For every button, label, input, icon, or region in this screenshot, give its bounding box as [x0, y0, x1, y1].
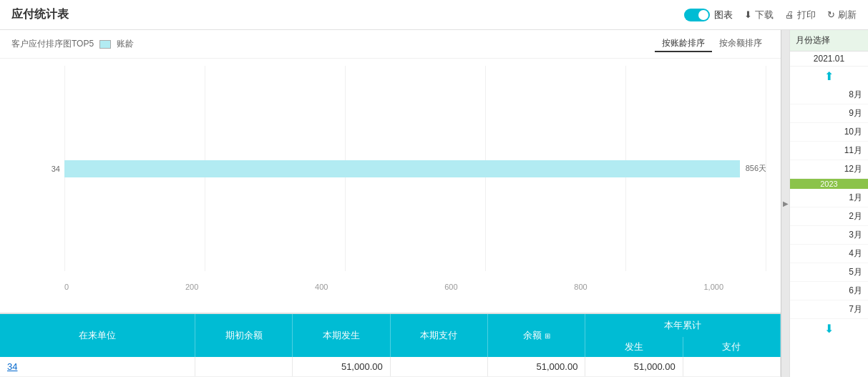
- sidebar-month-item[interactable]: 11月: [790, 142, 868, 160]
- x-tick-1: 200: [185, 283, 198, 291]
- print-button[interactable]: 🖨 打印: [785, 9, 816, 21]
- sidebar-month-item[interactable]: 8月: [790, 86, 868, 104]
- col-ytd: 本年累计: [585, 314, 781, 337]
- col-balance: 余额 ⊞: [488, 314, 585, 357]
- chevron-up-icon: ⬆: [824, 69, 834, 83]
- unit-link[interactable]: 34: [7, 361, 17, 372]
- scroll-up-button[interactable]: ⬆: [790, 67, 868, 86]
- cell-ytd-occur: 51,000.00: [585, 357, 683, 377]
- col-current: 本期发生: [293, 314, 390, 357]
- legend-text: 客户应付排序图TOP5: [11, 38, 94, 50]
- collapse-icon: ▶: [783, 200, 789, 207]
- sidebar-month-item[interactable]: 4月: [790, 245, 868, 263]
- header-actions: 图表 ⬇ 下载 🖨 打印 ↻ 刷新: [684, 9, 857, 21]
- x-tick-2: 400: [315, 283, 328, 291]
- col-ytd-occur: 发生: [585, 337, 683, 357]
- chevron-down-icon: ⬇: [824, 322, 834, 336]
- sidebar-month-item[interactable]: 1月: [790, 189, 868, 207]
- sidebar-month-item[interactable]: 5月: [790, 263, 868, 282]
- chart-body: 34 856天 0 200 400 600 800 1,000: [0, 59, 781, 313]
- sort-by-age-button[interactable]: 按账龄排序: [655, 36, 712, 52]
- x-tick-0: 0: [64, 283, 69, 291]
- sidebar-header-label: 月份选择: [796, 34, 830, 46]
- x-tick-3: 600: [444, 283, 457, 291]
- legend-box: [99, 40, 111, 49]
- sidebar-month-item[interactable]: 6月: [790, 282, 868, 300]
- refresh-icon: ↻: [827, 9, 835, 20]
- bar-fill: [64, 160, 740, 177]
- sort-by-balance-button[interactable]: 按余额排序: [712, 36, 769, 52]
- sidebar-year-badge: 2023: [790, 179, 868, 189]
- x-tick-5: 1,000: [703, 283, 723, 291]
- sidebar-month-item[interactable]: 2月: [790, 207, 868, 226]
- bar-end-label: 856天: [746, 163, 766, 174]
- page-title: 应付统计表: [11, 7, 69, 22]
- sidebar-month-item[interactable]: 3月: [790, 226, 868, 245]
- sidebar-month-item[interactable]: 9月: [790, 104, 868, 123]
- sidebar-month-item[interactable]: 10月: [790, 123, 868, 142]
- bar-y-label: 34: [43, 165, 64, 173]
- x-axis: 0 200 400 600 800 1,000: [64, 283, 723, 291]
- col-ytd-pay: 支付: [683, 337, 780, 357]
- col-payment: 本期支付: [390, 314, 487, 357]
- x-tick-4: 800: [574, 283, 587, 291]
- table-row: 34 51,000.00 51,000.00 51,000.00: [0, 357, 781, 377]
- col-unit: 在来单位: [0, 314, 195, 357]
- sidebar-collapse-button[interactable]: ▶: [781, 30, 789, 377]
- cell-balance: 51,000.00: [488, 357, 585, 377]
- scroll-down-button[interactable]: ⬇: [790, 319, 868, 338]
- download-button[interactable]: ⬇ 下载: [744, 9, 774, 21]
- chart-sort-buttons: 按账龄排序 按余额排序: [655, 36, 769, 52]
- refresh-button[interactable]: ↻ 刷新: [827, 9, 857, 21]
- chart-toggle[interactable]: [684, 9, 710, 21]
- sidebar-year-value: 2021.01: [790, 52, 868, 67]
- legend-box-label: 账龄: [117, 38, 134, 50]
- chart-header: 客户应付排序图TOP5 账龄 按账龄排序 按余额排序: [0, 30, 781, 59]
- month-list: 8月9月10月11月12月20231月2月3月4月5月6月7月: [790, 86, 868, 319]
- bar-row: 34 856天: [43, 160, 766, 177]
- cell-opening: [195, 357, 293, 377]
- cell-current: 51,000.00: [293, 357, 390, 377]
- cell-unit: 34: [0, 357, 195, 377]
- col-opening: 期初余额: [195, 314, 293, 357]
- month-picker-sidebar: 月份选择 2021.01 ⬆ 8月9月10月11月12月20231月2月3月4月…: [789, 30, 868, 377]
- chart-legend: 客户应付排序图TOP5 账龄: [11, 38, 134, 50]
- print-icon: 🖨: [785, 9, 794, 20]
- table-header-row: 在来单位 期初余额 本期发生 本期支付 余额 ⊞ 本年累计: [0, 314, 781, 337]
- cell-ytd-pay: [683, 357, 780, 377]
- cell-payment: [390, 357, 487, 377]
- table-section: 在来单位 期初余额 本期发生 本期支付 余额 ⊞ 本年累计 发生: [0, 313, 781, 377]
- chart-toggle-label: 图表: [714, 9, 733, 21]
- sidebar-header: 月份选择: [790, 30, 868, 52]
- sidebar-month-item[interactable]: 12月: [790, 160, 868, 179]
- sidebar-month-item[interactable]: 7月: [790, 300, 868, 319]
- download-icon: ⬇: [744, 9, 752, 20]
- data-table: 在来单位 期初余额 本期发生 本期支付 余额 ⊞ 本年累计 发生: [0, 314, 781, 377]
- chart-toggle-group[interactable]: 图表: [684, 9, 733, 21]
